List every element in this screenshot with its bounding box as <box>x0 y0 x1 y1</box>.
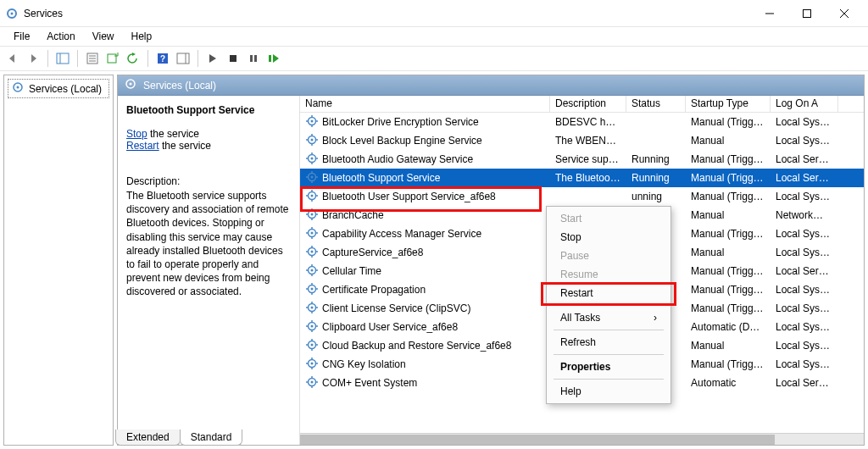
service-logon: Local Sys… <box>771 358 838 370</box>
gear-icon <box>305 226 319 242</box>
gear-icon <box>305 245 319 261</box>
svg-rect-6 <box>57 53 69 64</box>
restart-service-link[interactable]: Restart <box>126 140 159 152</box>
service-startup: Manual (Trigg… <box>686 172 771 184</box>
service-name: Bluetooth Support Service <box>322 172 440 184</box>
col-log-on-as[interactable]: Log On A <box>771 96 838 112</box>
show-hide-tree-button[interactable] <box>53 49 72 68</box>
service-name: Bluetooth Audio Gateway Service <box>322 153 473 165</box>
service-startup: Manual (Trigg… <box>686 228 771 240</box>
stop-service-link[interactable]: Stop <box>126 128 147 140</box>
service-description: BDESVC hos… <box>550 116 626 128</box>
cm-stop[interactable]: Stop <box>548 228 669 247</box>
col-name[interactable]: Name <box>300 96 550 112</box>
stop-service-button[interactable] <box>224 49 242 68</box>
service-logon: Local Ser… <box>771 172 838 184</box>
gear-icon <box>305 357 319 373</box>
service-status: Running <box>626 172 686 184</box>
service-name: CNG Key Isolation <box>322 358 406 370</box>
export-button[interactable] <box>103 49 122 68</box>
service-name: COM+ Event System <box>322 377 417 389</box>
gear-icon <box>305 133 319 149</box>
tab-extended[interactable]: Extended <box>115 430 181 446</box>
service-startup: Manual (Trigg… <box>686 302 771 314</box>
submenu-arrow-icon: › <box>654 312 657 324</box>
col-description[interactable]: Description <box>550 96 626 112</box>
service-row[interactable]: BitLocker Drive Encryption ServiceBDESVC… <box>300 113 864 131</box>
context-menu: StartStopPauseResumeRestartAll Tasks›Ref… <box>546 206 671 404</box>
description-text: The Bluetooth service supports discovery… <box>126 189 291 299</box>
cm-refresh[interactable]: Refresh <box>548 333 669 352</box>
stop-tail: the service <box>147 128 199 140</box>
service-logon: Local Sys… <box>771 284 838 296</box>
svg-point-44 <box>311 175 314 178</box>
cm-restart[interactable]: Restart <box>548 284 669 302</box>
horizontal-scrollbar[interactable] <box>300 433 864 445</box>
cm-all-tasks[interactable]: All Tasks› <box>548 308 669 327</box>
content-header-label: Services (Local) <box>143 80 216 91</box>
gear-icon <box>305 319 319 335</box>
tree-root-item[interactable]: Services (Local) <box>8 79 109 98</box>
service-startup: Manual <box>686 247 771 258</box>
back-button[interactable] <box>3 49 22 68</box>
service-name: Cellular Time <box>322 265 381 277</box>
refresh-button[interactable] <box>124 49 142 68</box>
service-logon: Local Sys… <box>771 321 838 333</box>
service-name: Bluetooth User Support Service_af6e8 <box>322 191 496 202</box>
service-name: CaptureService_af6e8 <box>322 247 423 258</box>
svg-rect-19 <box>254 55 257 62</box>
menu-view[interactable]: View <box>84 29 123 44</box>
cm-pause: Pause <box>548 247 669 265</box>
list-rows[interactable]: BitLocker Drive Encryption ServiceBDESVC… <box>300 113 864 433</box>
svg-point-104 <box>311 362 314 364</box>
maximize-button[interactable] <box>788 0 826 27</box>
service-startup: Manual (Trigg… <box>686 191 771 202</box>
gear-icon <box>305 338 319 354</box>
start-service-button[interactable] <box>203 49 222 68</box>
menu-action[interactable]: Action <box>38 29 83 44</box>
svg-rect-18 <box>250 55 253 62</box>
menu-help[interactable]: Help <box>123 29 161 44</box>
properties-button[interactable] <box>83 49 102 68</box>
minimize-button[interactable] <box>751 0 788 27</box>
svg-point-38 <box>311 157 314 159</box>
restart-service-line: Restart the service <box>126 140 291 152</box>
tree-pane: Services (Local) <box>3 75 114 446</box>
forward-button[interactable] <box>24 49 42 68</box>
service-name: Capability Access Manager Service <box>322 228 481 240</box>
col-startup-type[interactable]: Startup Type <box>686 96 771 112</box>
tab-standard[interactable]: Standard <box>180 430 243 446</box>
description-pane: Bluetooth Support Service Stop the servi… <box>118 96 300 445</box>
service-list: Name Description Status Startup Type Log… <box>300 96 864 445</box>
service-description: Service supp… <box>550 153 626 165</box>
service-startup: Manual (Trigg… <box>686 153 771 165</box>
menu-file[interactable]: File <box>5 29 38 44</box>
cm-properties[interactable]: Properties <box>548 358 669 376</box>
action-pane-button[interactable] <box>174 49 192 68</box>
service-startup: Manual (Trigg… <box>686 358 771 370</box>
service-row[interactable]: Block Level Backup Engine ServiceThe WBE… <box>300 131 864 150</box>
service-row[interactable]: Bluetooth User Support Service_af6e8unni… <box>300 187 864 206</box>
help-button[interactable]: ? <box>153 49 172 68</box>
svg-point-56 <box>311 213 314 215</box>
svg-point-98 <box>311 343 314 346</box>
service-row[interactable]: Bluetooth Support ServiceThe Bluetoo…Run… <box>300 169 864 187</box>
svg-rect-3 <box>804 9 811 17</box>
close-button[interactable] <box>826 0 863 27</box>
svg-point-110 <box>311 380 314 383</box>
scrollbar-thumb[interactable] <box>300 435 775 445</box>
gear-icon <box>305 282 319 298</box>
service-row[interactable]: Bluetooth Audio Gateway ServiceService s… <box>300 150 864 169</box>
svg-point-22 <box>17 86 19 89</box>
service-name: Client License Service (ClipSVC) <box>322 302 470 314</box>
pause-service-button[interactable] <box>244 49 263 68</box>
col-status[interactable]: Status <box>626 96 686 112</box>
service-logon: Local Ser… <box>771 153 838 165</box>
gear-icon <box>305 208 319 224</box>
services-icon <box>125 78 136 92</box>
service-name: BranchCache <box>322 209 384 221</box>
gear-icon <box>305 152 319 168</box>
services-icon <box>12 81 24 96</box>
cm-help[interactable]: Help <box>548 382 669 401</box>
restart-service-button[interactable] <box>264 49 283 68</box>
